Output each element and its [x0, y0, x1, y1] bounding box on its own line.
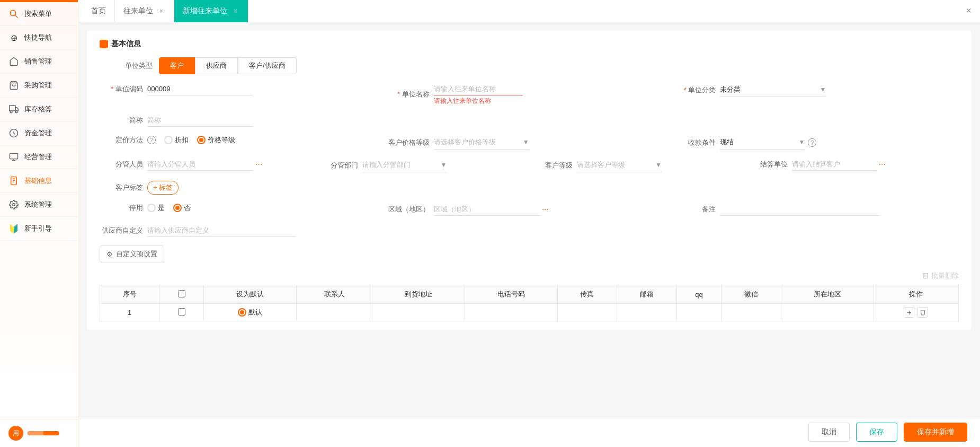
radio-no[interactable]: 否 — [173, 203, 191, 213]
form-row-1: 单位编码 单位名称 请输入往来单位名称 单位分类 未分类 ▼ — [100, 83, 959, 106]
unit-type-both-btn[interactable]: 客户/供应商 — [238, 57, 297, 74]
department-select[interactable]: 请输入分管部门 ▼ — [362, 158, 447, 172]
col-phone: 电话号码 — [465, 285, 558, 304]
radio-default[interactable]: 默认 — [209, 308, 291, 317]
tab-new-contact[interactable]: 新增往来单位 × — [174, 0, 248, 22]
remark-input[interactable] — [720, 203, 879, 216]
sidebar-label-operations: 经营管理 — [24, 152, 52, 162]
delete-row-btn[interactable] — [917, 307, 928, 318]
sidebar-item-operations[interactable]: 经营管理 — [0, 145, 78, 169]
customer-price-level-select[interactable]: 请选择客户价格等级 ▼ — [434, 135, 529, 150]
unit-name-input[interactable] — [434, 83, 523, 95]
short-name-input[interactable] — [147, 114, 253, 127]
row-checkbox[interactable] — [178, 308, 185, 315]
settlement-unit-more-btn[interactable]: ··· — [877, 160, 888, 169]
customer-level-select[interactable]: 请选择客户等级 ▼ — [577, 158, 662, 172]
add-row-btn[interactable]: + — [904, 307, 914, 318]
tab-contacts[interactable]: 往来单位 × — [115, 0, 174, 22]
sidebar-label-search: 搜索菜单 — [24, 9, 52, 19]
search-icon — [8, 8, 19, 19]
unit-code-label: 单位编码 — [100, 84, 147, 94]
radio-discount[interactable]: 折扣 — [164, 135, 189, 145]
customer-tag-label: 客户标签 — [100, 183, 147, 192]
field-disabled: 停用 是 否 — [100, 203, 386, 213]
pricing-method-label: 定价方法 — [100, 135, 147, 145]
custom-settings-btn[interactable]: ⚙ 自定义项设置 — [100, 246, 164, 262]
sidebar-item-stock[interactable]: 库存核算 — [0, 98, 78, 121]
tab-new-contact-label: 新增往来单位 — [183, 6, 227, 16]
manager-input[interactable] — [147, 158, 253, 171]
unit-type-supplier-btn[interactable]: 供应商 — [195, 57, 238, 74]
manager-more-btn[interactable]: ··· — [253, 160, 264, 169]
remark-label: 备注 — [672, 205, 720, 214]
sidebar-item-quick-nav[interactable]: ⊕ 快捷导航 — [0, 26, 78, 50]
save-new-button[interactable]: 保存并新增 — [904, 423, 967, 442]
col-check — [159, 285, 204, 304]
unit-code-input[interactable] — [147, 83, 253, 95]
radio-yes[interactable]: 是 — [147, 203, 165, 213]
form-row-3: 定价方法 ? 折扣 价格等级 — [100, 135, 959, 150]
sidebar-item-system[interactable]: 系统管理 — [0, 193, 78, 217]
tab-home[interactable]: 首页 — [83, 0, 115, 22]
sidebar-item-finance[interactable]: 资金管理 — [0, 121, 78, 145]
sidebar-item-purchase[interactable]: 采购管理 — [0, 74, 78, 98]
department-placeholder: 请输入分管部门 — [362, 160, 439, 170]
unit-category-label: 单位分类 — [672, 85, 720, 95]
form-row-5: 客户标签 + 标签 — [100, 181, 959, 195]
pricing-question-mark[interactable]: ? — [147, 136, 156, 144]
region-input[interactable] — [434, 203, 540, 216]
radio-no-label: 否 — [184, 203, 191, 213]
unit-type-customer-btn[interactable]: 客户 — [159, 57, 195, 74]
field-pricing-method: 定价方法 ? 折扣 价格等级 — [100, 135, 386, 145]
add-tag-btn[interactable]: + 标签 — [147, 181, 179, 195]
select-all-checkbox[interactable] — [178, 290, 185, 297]
disabled-radios: 是 否 — [147, 203, 191, 213]
gear-settings-icon: ⚙ — [106, 250, 113, 258]
tabbar-close-all[interactable]: × — [961, 3, 976, 19]
customer-price-level-label: 客户价格等级 — [386, 138, 434, 147]
cell-contact — [296, 304, 372, 321]
tab-new-contact-close[interactable]: × — [231, 6, 239, 16]
sidebar-item-guide[interactable]: 🔰 新手引导 — [0, 217, 78, 241]
radio-price-level[interactable]: 价格等级 — [197, 135, 235, 145]
col-region: 所在地区 — [781, 285, 874, 304]
col-seq: 序号 — [100, 285, 159, 304]
short-name-label: 简称 — [100, 116, 147, 125]
unit-category-select[interactable]: 未分类 ▼ — [720, 83, 826, 97]
batch-delete-label[interactable]: 批量删除 — [931, 271, 959, 281]
cell-check — [159, 304, 204, 321]
cancel-button[interactable]: 取消 — [808, 423, 850, 442]
field-unit-code: 单位编码 — [100, 83, 386, 95]
form-row-2: 简称 — [100, 114, 959, 127]
cell-phone — [465, 304, 558, 321]
col-action: 操作 — [874, 285, 958, 304]
supplier-custom-label: 供应商自定义 — [100, 226, 147, 235]
settlement-unit-label: 结算单位 — [744, 160, 792, 169]
customer-price-level-placeholder: 请选择客户价格等级 — [434, 137, 521, 147]
sidebar-item-sales[interactable]: 销售管理 — [0, 50, 78, 74]
sidebar-item-basic-info[interactable]: 基础信息 — [0, 169, 78, 193]
cell-region — [781, 304, 874, 321]
payment-terms-question-mark[interactable]: ? — [808, 138, 816, 147]
batch-delete-area: 批量删除 — [100, 271, 959, 281]
settlement-unit-input[interactable] — [792, 158, 877, 171]
svg-point-0 — [10, 10, 16, 16]
supplier-custom-input[interactable] — [147, 224, 296, 237]
sales-icon — [8, 56, 19, 67]
unit-name-label: 单位名称 — [386, 90, 434, 99]
section-basic-info: 基本信息 — [100, 39, 959, 49]
sidebar-item-search[interactable]: 搜索菜单 — [0, 2, 78, 26]
footer-spacer — [87, 338, 972, 370]
pricing-method-radios: ? 折扣 价格等级 — [147, 135, 235, 145]
user-avatar[interactable]: 用 — [8, 426, 23, 441]
svg-point-15 — [13, 204, 15, 206]
form-row-4: 分管人员 ··· 分管部门 请输入分管部门 ▼ 客户等级 请选择客户等级 ▼ — [100, 158, 959, 172]
payment-terms-chevron: ▼ — [798, 138, 805, 146]
region-more-btn[interactable]: ··· — [540, 205, 551, 214]
payment-terms-select[interactable]: 现结 ▼ — [720, 135, 805, 150]
tab-contacts-close[interactable]: × — [157, 6, 165, 16]
section-title-text: 基本信息 — [111, 39, 141, 49]
purchase-icon — [8, 80, 19, 91]
default-label: 默认 — [248, 308, 262, 317]
save-button[interactable]: 保存 — [856, 423, 897, 442]
